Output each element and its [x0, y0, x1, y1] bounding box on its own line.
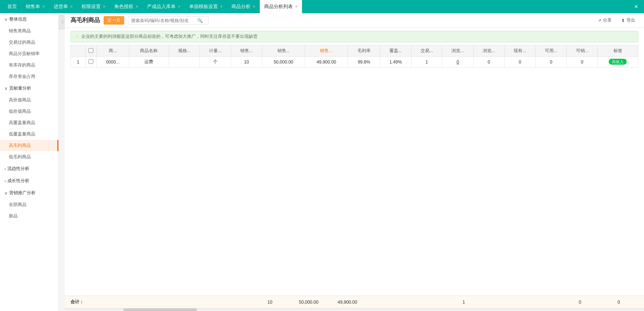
- top-navigation: 首页销售单×进货单×权限设置×角色授权×产成品入库单×单据模板设置×商品分析×商…: [0, 0, 644, 13]
- cell-trade: 1: [411, 57, 442, 68]
- nav-item-单据模板设置[interactable]: 单据模板设置×: [185, 0, 227, 13]
- sidebar-section-整体信息[interactable]: ∨整体信息: [0, 13, 58, 25]
- cell-browse1: 0: [442, 57, 474, 68]
- th-trade[interactable]: 交易...: [411, 46, 442, 57]
- th-current-stock[interactable]: 现有...: [504, 46, 536, 57]
- nav-item-权限设置[interactable]: 权限设置×: [77, 0, 110, 13]
- close-tab-icon[interactable]: ×: [42, 4, 45, 9]
- share-icon: ↗: [598, 18, 601, 23]
- section-arrow-icon: ∨: [4, 17, 8, 22]
- page-title: 高毛利商品: [71, 17, 100, 24]
- content-header: 高毛利商品 近一月 🔍 ↗ 分享 ⬆ 导出: [65, 13, 644, 28]
- close-tab-icon[interactable]: ×: [70, 4, 73, 9]
- th-unit[interactable]: 计量...: [200, 46, 231, 57]
- section-arrow-icon: ›: [4, 178, 6, 184]
- nav-item-产成品入库单[interactable]: 产成品入库单×: [143, 0, 185, 13]
- cell-current-stock: 0: [504, 57, 536, 68]
- cell-sales-qty: 10: [231, 57, 262, 68]
- content-area: 高毛利商品 近一月 🔍 ↗ 分享 ⬆ 导出 ✧ 企业的主要: [65, 13, 644, 311]
- export-icon: ⬆: [621, 18, 625, 23]
- nav-item-销售单[interactable]: 销售单×: [21, 0, 49, 13]
- sidebar-section-流趋性分析[interactable]: ›流趋性分析: [0, 163, 58, 175]
- th-coverage[interactable]: 覆盖...: [380, 46, 411, 57]
- th-sales-amt[interactable]: 销售...: [262, 46, 305, 57]
- cell-spec: [169, 57, 200, 68]
- th-name[interactable]: 商品名称: [129, 46, 169, 57]
- section-arrow-icon: ∨: [4, 86, 8, 91]
- info-banner: ✧ 企业的主要的利润都是这部分商品创造的，可考虑加大推广，同时关注库存是不要出现…: [71, 31, 638, 42]
- nav-item-进货单[interactable]: 进货单×: [49, 0, 77, 13]
- share-button[interactable]: ↗ 分享: [595, 16, 615, 25]
- close-tab-icon[interactable]: ×: [136, 4, 138, 9]
- sidebar-item-有库存的商品[interactable]: 有库存的商品: [0, 59, 58, 71]
- sidebar-item-高毛利商品[interactable]: 高毛利商品: [0, 140, 58, 151]
- section-label: 贡献量分析: [9, 85, 31, 91]
- cell-sales-profit: 49,900.00: [305, 57, 348, 68]
- cell-name: 运费: [129, 57, 169, 68]
- sidebar-item-商品分贡献销率[interactable]: 商品分贡献销率: [0, 48, 58, 59]
- th-sales-qty[interactable]: 销售...: [231, 46, 262, 57]
- sidebar-item-新品[interactable]: 新品: [0, 210, 58, 222]
- search-icon[interactable]: 🔍: [197, 18, 203, 23]
- sidebar-item-高价值商品[interactable]: 高价值商品: [0, 94, 58, 106]
- select-all-checkbox[interactable]: [89, 48, 93, 53]
- th-sales-profit[interactable]: 销售...: [305, 46, 348, 57]
- table-row: 1 0000... 运费 个 10 50,000.00 49,900.00 99…: [71, 57, 638, 68]
- cell-check: [86, 57, 97, 68]
- horizontal-scrollbar[interactable]: [65, 308, 644, 311]
- th-available[interactable]: 可用...: [536, 46, 567, 57]
- tag-badge: 高收入: [609, 59, 627, 65]
- nav-item-角色授权[interactable]: 角色授权×: [110, 0, 143, 13]
- footer-sales-profit: 49,900.00: [328, 300, 367, 305]
- th-gross-rate[interactable]: 毛利率: [348, 46, 380, 57]
- sidebar-item-低毛利商品[interactable]: 低毛利商品: [0, 151, 58, 163]
- nav-item-首页[interactable]: 首页: [3, 0, 21, 13]
- th-spec[interactable]: 规格...: [169, 46, 200, 57]
- footer-totals: 合计： 10 50,000.00 49,900.00 1 0 0: [65, 296, 644, 308]
- data-table-container: 商... 商品名称 规格... 计量... 销售... 销售... 销售... …: [65, 45, 644, 296]
- sidebar-item-全部商品[interactable]: 全部商品: [0, 199, 58, 210]
- cell-tag: 高收入: [598, 57, 638, 68]
- sidebar-toggle-button[interactable]: 《: [59, 15, 65, 29]
- info-text: 企业的主要的利润都是这部分商品创造的，可考虑加大推广，同时关注库存是不要出现缺货: [81, 33, 258, 40]
- search-input[interactable]: [131, 18, 197, 23]
- sidebar-item-交易过的商品[interactable]: 交易过的商品: [0, 37, 58, 48]
- section-arrow-icon: ∨: [4, 191, 8, 196]
- nav-item-商品分析列表[interactable]: 商品分析列表×: [260, 0, 302, 13]
- filter-period-button[interactable]: 近一月: [104, 16, 124, 25]
- close-tab-icon[interactable]: ×: [178, 4, 180, 9]
- th-sellable[interactable]: 可销...: [566, 46, 598, 57]
- close-tab-icon[interactable]: ×: [253, 4, 255, 9]
- sidebar-item-销售类商品[interactable]: 销售类商品: [0, 25, 58, 37]
- close-tab-icon[interactable]: ×: [295, 4, 298, 9]
- sidebar-section-贡献量分析[interactable]: ∨贡献量分析: [0, 82, 58, 94]
- sidebar-item-高覆盖量商品[interactable]: 高覆盖量商品: [0, 117, 58, 129]
- footer-available: 0: [600, 300, 638, 305]
- sidebar-item-低覆盖量商品[interactable]: 低覆盖量商品: [0, 129, 58, 140]
- sidebar-section-成长性分析[interactable]: ›成长性分析: [0, 175, 58, 187]
- export-button[interactable]: ⬆ 导出: [618, 16, 638, 25]
- footer-trade: 1: [445, 300, 483, 305]
- browse1-link[interactable]: 0: [457, 59, 459, 65]
- close-tab-icon[interactable]: ×: [220, 4, 223, 9]
- th-code[interactable]: 商...: [97, 46, 129, 57]
- th-browse2[interactable]: 浏览...: [473, 46, 504, 57]
- section-label: 流趋性分析: [7, 166, 29, 172]
- close-tab-icon[interactable]: ×: [103, 4, 105, 9]
- footer-current-stock: 0: [561, 300, 600, 305]
- section-label: 营销推广分析: [9, 190, 36, 196]
- footer-sales-amt: 50,000.00: [289, 300, 328, 305]
- th-browse1[interactable]: 浏览...: [442, 46, 474, 57]
- cell-unit: 个: [200, 57, 231, 68]
- close-all-tabs[interactable]: ×: [631, 3, 641, 11]
- sidebar-section-营销推广分析[interactable]: ∨营销推广分析: [0, 187, 58, 199]
- section-label: 整体信息: [9, 16, 27, 22]
- sidebar-item-低价值商品[interactable]: 低价值商品: [0, 106, 58, 117]
- row-checkbox[interactable]: [89, 59, 93, 64]
- sidebar-item-库存资金占用[interactable]: 库存资金占用: [0, 71, 58, 82]
- nav-item-商品分析[interactable]: 商品分析×: [227, 0, 260, 13]
- cell-code: 0000...: [97, 57, 129, 68]
- section-label: 成长性分析: [7, 178, 29, 184]
- th-num: [71, 46, 86, 57]
- th-tag: 标签: [598, 46, 638, 57]
